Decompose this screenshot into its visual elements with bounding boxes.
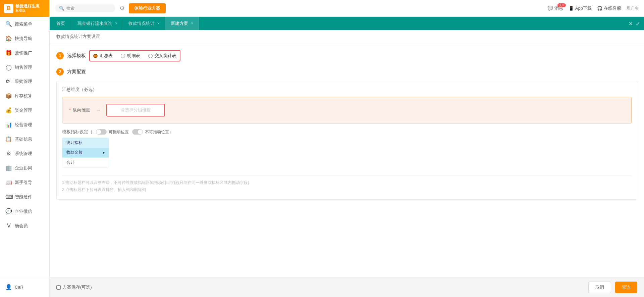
step2-title: 方案配置	[67, 69, 86, 75]
home-icon: 🏠	[5, 35, 12, 42]
trial-button[interactable]: 体验行业方案	[129, 3, 166, 13]
toggle-track-non-draggable[interactable]	[132, 129, 143, 135]
system-icon: ⚙	[5, 150, 12, 157]
enterprise-icon: 🏢	[5, 165, 12, 171]
tabbar: 首页 现金银行流水查询 × 收款情况统计 × 新建方案 × ✕ ⤢	[50, 17, 644, 30]
sidebar-item-label: 库存核算	[15, 93, 32, 99]
step2-section: 2 方案配置 汇总维度（必选） * 纵向维度 → 请选择分组维度	[56, 68, 637, 200]
template-options: 汇总表 明细表 交叉统计表	[89, 50, 180, 61]
inventory-icon: 📦	[5, 93, 12, 99]
service-icon: 🎧	[597, 6, 602, 11]
sidebar-item-label: 系统管理	[15, 151, 32, 157]
page-header: 收款情况统计方案设置	[50, 30, 644, 43]
search-icon: 🔍	[59, 6, 64, 11]
form-container: 1 选择模板 汇总表 明细表 交叉统计表	[50, 43, 644, 277]
tab-collection[interactable]: 收款情况统计 ×	[123, 17, 165, 30]
download-button[interactable]: 📱 App下载	[569, 5, 592, 11]
cancel-button[interactable]: 取消	[588, 282, 611, 293]
sidebar-item-finance[interactable]: 💰 资金管理	[0, 103, 49, 117]
save-checkbox[interactable]	[56, 285, 61, 290]
draggable-toggle[interactable]: 可拖动位置	[96, 129, 129, 135]
template-summary[interactable]: 汇总表	[93, 53, 113, 59]
close-window-icon[interactable]: ✕	[629, 20, 633, 27]
topbar-right: 💬 消息 99+ 📱 App下载 🎧 在线客服 用户名	[548, 5, 639, 11]
sidebar-item-label: CaR	[15, 285, 23, 290]
tab-collection-close[interactable]: ×	[157, 21, 160, 26]
query-button[interactable]: 查询	[615, 282, 637, 293]
sidebar-item-operations[interactable]: 📊 经营管理	[0, 117, 49, 132]
save-checkbox-label[interactable]: 方案保存(可选)	[56, 284, 92, 290]
search-box[interactable]: 🔍	[55, 4, 115, 12]
tab-new-plan[interactable]: 新建方案 ×	[165, 17, 199, 30]
sales-icon: ◯	[5, 64, 12, 70]
message-button[interactable]: 💬 消息 99+	[548, 5, 563, 11]
indicator-label: 模板指标设定（ 可拖动位置 不可拖	[62, 129, 632, 135]
sidebar-item-wechat[interactable]: 💬 企业微信	[0, 204, 49, 218]
template-summary-label: 汇总表	[100, 53, 113, 59]
indicator-row-total: 合计	[62, 157, 109, 167]
vertical-dimension-label: * 纵向维度	[69, 107, 90, 113]
sidebar-item-hardware[interactable]: ⌨ 智能硬件	[0, 190, 49, 204]
basics-icon: 📋	[5, 136, 12, 142]
tab-bank[interactable]: 现金银行流水查询 ×	[72, 17, 123, 30]
hardware-icon: ⌨	[5, 194, 12, 200]
settings-icon[interactable]: ⚙	[119, 5, 125, 12]
app-name: 畅捷通好生意	[15, 4, 40, 8]
sidebar-item-label: 新手引导	[15, 180, 32, 186]
required-mark: *	[69, 107, 71, 112]
dimension-select[interactable]: 请选择分组维度	[106, 104, 165, 116]
toggle-thumb-non	[138, 130, 143, 134]
sidebar-item-label: 营销推广	[15, 50, 32, 56]
sidebar-item-label: 快捷导航	[15, 36, 32, 42]
sidebar-item-newbie[interactable]: 📖 新手引导	[0, 175, 49, 190]
tip1: 1.拖动标题栏可以调整布局，不可跨维度或指标区域拖动列目字段(只能在同一维度或指…	[62, 180, 632, 186]
app-edition: 标准版	[15, 8, 40, 13]
template-cross[interactable]: 交叉统计表	[148, 53, 176, 59]
maximize-icon[interactable]: ⤢	[636, 20, 640, 27]
search-input[interactable]	[66, 6, 107, 11]
template-detail[interactable]: 明细表	[121, 53, 140, 59]
sidebar-item-search[interactable]: 🔍 搜索菜单	[0, 17, 49, 31]
sidebar-item-system[interactable]: ⚙ 系统管理	[0, 146, 49, 161]
config-section: 汇总维度（必选） * 纵向维度 → 请选择分组维度	[56, 81, 637, 200]
indicator-row-label: 合计	[66, 160, 74, 165]
sidebar-item-basics[interactable]: 📋 基础信息	[0, 132, 49, 146]
sidebar-item-inventory[interactable]: 📦 库存核算	[0, 89, 49, 103]
template-summary-radio[interactable]	[93, 54, 98, 58]
tab-new-plan-label: 新建方案	[171, 20, 188, 27]
user-label[interactable]: 用户名	[627, 5, 639, 11]
indicator-col-header[interactable]: 收款金额 ▾	[62, 148, 109, 157]
non-draggable-label: 不可拖动位置）	[145, 129, 173, 135]
main-content: 🔍 ⚙ 体验行业方案 💬 消息 99+ 📱 App下载 🎧 在线客服 用户名 首…	[50, 0, 644, 297]
template-detail-radio[interactable]	[121, 54, 125, 58]
search-icon: 🔍	[5, 21, 12, 27]
sidebar-item-avatar[interactable]: 👤 CaR	[0, 280, 49, 294]
tab-home[interactable]: 首页	[50, 17, 72, 30]
sidebar-item-label: 基础信息	[15, 136, 32, 142]
dropdown-icon[interactable]: ▾	[103, 150, 105, 155]
tips-section: 1.拖动标题栏可以调整布局，不可跨维度或指标区域拖动列目字段(只能在同一维度或指…	[62, 176, 632, 193]
sidebar-item-label: 采购管理	[15, 79, 32, 85]
non-draggable-toggle: 不可拖动位置）	[132, 129, 173, 135]
service-button[interactable]: 🎧 在线客服	[597, 5, 621, 11]
template-cross-radio[interactable]	[148, 54, 153, 58]
sidebar-item-member[interactable]: Ⅴ 畅会员	[0, 218, 49, 233]
sidebar-item-purchase[interactable]: 🛍 采购管理	[0, 75, 49, 89]
sidebar-item-quick-nav[interactable]: 🏠 快捷导航	[0, 31, 49, 46]
tab-new-plan-close[interactable]: ×	[191, 21, 193, 26]
tab-collection-label: 收款情况统计	[128, 20, 155, 27]
toggle-track-draggable[interactable]	[96, 129, 107, 135]
sidebar-item-label: 企业微信	[15, 208, 32, 214]
tab-bank-close[interactable]: ×	[115, 21, 117, 26]
sidebar-item-enterprise[interactable]: 🏢 企业协同	[0, 161, 49, 175]
app-logo: B 畅捷通好生意 标准版	[0, 0, 49, 17]
sidebar-item-sales[interactable]: ◯ 销售管理	[0, 60, 49, 75]
download-icon: 📱	[569, 6, 574, 11]
sidebar-item-marketing[interactable]: 🎁 营销推广	[0, 46, 49, 60]
step2-header: 2 方案配置	[56, 68, 637, 76]
page-footer: 方案保存(可选) 取消 查询	[50, 277, 644, 297]
operations-icon: 📊	[5, 121, 12, 128]
template-cross-label: 交叉统计表	[155, 53, 176, 59]
sidebar-item-label: 销售管理	[15, 64, 32, 70]
indicator-table-header: 统计指标	[62, 138, 109, 148]
